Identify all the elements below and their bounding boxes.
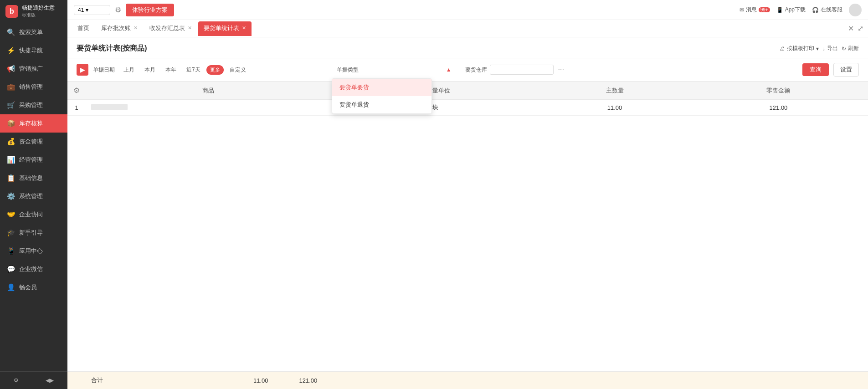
type-arrow-icon[interactable]: ▲: [446, 67, 452, 73]
sidebar-item-sales[interactable]: 💼 销售管理: [0, 78, 67, 96]
print-icon: 🖨: [780, 46, 785, 52]
tab-receive-summary-label: 收发存汇总表: [149, 24, 185, 32]
sidebar-item-guide-label: 新手引导: [19, 229, 43, 237]
inventory-icon: 📦: [6, 119, 15, 128]
tab-inventory-batch-label: 库存批次账: [101, 24, 131, 32]
tab-receive-summary-close[interactable]: ✕: [188, 25, 192, 31]
messages-label: 消息: [746, 6, 757, 14]
tab-requisition-stat-label: 要货单统计表: [204, 24, 239, 32]
dropdown-arrow-icon: ▾: [86, 7, 88, 13]
table-header-row: ⚙ 商品 主计量单位 主数量 零售金额: [67, 82, 868, 100]
marketing-icon: 📢: [6, 64, 15, 73]
tab-home[interactable]: 首页: [72, 21, 95, 36]
sidebar-item-finance[interactable]: 💰 资金管理: [0, 133, 67, 151]
refresh-btn[interactable]: ↻ 刷新: [842, 45, 859, 52]
online-service-item[interactable]: 🎧 在线客服: [812, 6, 842, 14]
filter-more-icon[interactable]: ···: [558, 66, 564, 74]
this-month-btn[interactable]: 本月: [140, 64, 159, 76]
app-download-label: App下载: [785, 6, 806, 14]
total-amount: 121.00: [299, 377, 318, 384]
member-icon: 👤: [6, 283, 15, 292]
table-wrapper: ⚙ 商品 主计量单位 主数量 零售金额 1: [67, 82, 868, 371]
recent7-btn[interactable]: 近7天: [182, 64, 205, 76]
sidebar-item-search[interactable]: 🔍 搜索菜单: [0, 23, 67, 41]
branch-value: 41: [78, 7, 84, 13]
guide-icon: 🎓: [6, 228, 15, 237]
tab-receive-summary[interactable]: 收发存汇总表 ✕: [144, 21, 197, 36]
date-label: 单据日期: [93, 66, 115, 74]
table-settings-icon[interactable]: ⚙: [73, 87, 80, 94]
app-version: 标准版: [22, 12, 55, 18]
filter-toggle-btn[interactable]: ▶: [77, 64, 88, 76]
tab-home-label: 首页: [77, 24, 89, 32]
collapse-btn[interactable]: ◀▶: [42, 375, 57, 385]
date-range-input[interactable]: 2023-05-06 至 2023-06-06: [255, 67, 323, 73]
topbar: 41 ▾ ⚙ 体验行业方案 ✉ 消息 99+ 📱 App下载 🎧 在线客服: [67, 0, 868, 20]
custom-btn[interactable]: 自定义: [226, 64, 250, 76]
sidebar-item-basicinfo[interactable]: 📋 基础信息: [0, 169, 67, 187]
export-btn[interactable]: ↓ 导出: [822, 45, 838, 52]
sidebar-item-basicinfo-label: 基础信息: [19, 174, 43, 182]
quicknav-icon: ⚡: [6, 46, 15, 55]
prev-month-btn[interactable]: 上月: [119, 64, 139, 76]
product-placeholder: [91, 104, 128, 110]
type-input[interactable]: [361, 66, 443, 74]
messages-badge: 99+: [759, 7, 770, 12]
settings-bottom-btn[interactable]: ⚙: [10, 375, 22, 385]
sidebar-item-marketing[interactable]: 📢 营销推广: [0, 60, 67, 78]
headset-icon: 🎧: [812, 7, 819, 13]
tab-inventory-batch[interactable]: 库存批次账 ✕: [96, 21, 143, 36]
row-index: 1: [67, 100, 86, 116]
tab-restore-icon[interactable]: ⤢: [858, 24, 863, 33]
type-label: 单据类型: [337, 66, 359, 74]
page-title: 要货单统计表(按商品): [77, 44, 147, 53]
sidebar-item-appcenter[interactable]: 📱 应用中心: [0, 242, 67, 260]
row-product: [86, 100, 331, 116]
finance-icon: 💰: [6, 137, 15, 146]
col-product: 商品: [86, 82, 331, 100]
sales-icon: 💼: [6, 82, 15, 92]
dropdown-item-1[interactable]: 要货单退货: [332, 96, 431, 113]
col-quantity: 主数量: [540, 82, 689, 100]
search-icon: 🔍: [6, 28, 15, 37]
sidebar-item-marketing-label: 营销推广: [19, 65, 43, 73]
sidebar-item-guide[interactable]: 🎓 新手引导: [0, 224, 67, 242]
more-btn[interactable]: 更多: [206, 65, 224, 75]
app-logo: b 畅捷通好生意 标准版: [0, 0, 67, 23]
sidebar-nav: 🔍 搜索菜单 ⚡ 快捷导航 📢 营销推广 💼 销售管理 🛒 采购管理 📦 库存核…: [0, 23, 67, 371]
sidebar-item-corpwechat-label: 企业微信: [19, 265, 43, 273]
dropdown-item-0[interactable]: 要货单要货: [332, 79, 431, 96]
sidebar-item-appcenter-label: 应用中心: [19, 247, 43, 255]
trial-btn[interactable]: 体验行业方案: [126, 4, 174, 16]
sidebar-item-member-label: 畅会员: [19, 283, 37, 292]
warehouse-input[interactable]: [490, 65, 554, 75]
print-btn[interactable]: 🖨 按模板打印 ▾: [780, 45, 819, 52]
topbar-right: ✉ 消息 99+ 📱 App下载 🎧 在线客服: [740, 4, 862, 16]
sidebar-item-corpwechat[interactable]: 💬 企业微信: [0, 260, 67, 278]
sidebar-item-collab[interactable]: 🤝 企业协同: [0, 205, 67, 224]
tab-inventory-batch-close[interactable]: ✕: [134, 25, 138, 31]
settings-btn[interactable]: 设置: [833, 63, 859, 77]
query-btn[interactable]: 查询: [802, 63, 829, 76]
user-avatar[interactable]: [849, 4, 862, 16]
app-download-item[interactable]: 📱 App下载: [776, 6, 806, 14]
sidebar-item-member[interactable]: 👤 畅会员: [0, 278, 67, 297]
sidebar-item-quicknav[interactable]: ⚡ 快捷导航: [0, 41, 67, 60]
tab-requisition-stat-close[interactable]: ✕: [242, 25, 246, 31]
row-amount: 121.00: [689, 100, 868, 116]
messages-item[interactable]: ✉ 消息 99+: [740, 6, 770, 14]
this-year-btn[interactable]: 本年: [161, 64, 180, 76]
sidebar-item-inventory[interactable]: 📦 库存核算: [0, 114, 67, 133]
phone-icon: 📱: [776, 7, 783, 13]
sidebar-item-finance-label: 资金管理: [19, 138, 43, 146]
sidebar-item-management[interactable]: 📊 经营管理: [0, 151, 67, 169]
topbar-gear-icon[interactable]: ⚙: [115, 5, 121, 14]
tab-close-all-icon[interactable]: ✕: [848, 24, 854, 33]
date-group: 上月 本月 本年 近7天 更多 自定义: [119, 64, 250, 76]
tab-requisition-stat[interactable]: 要货单统计表 ✕: [198, 21, 252, 36]
sidebar-item-system[interactable]: ⚙️ 系统管理: [0, 187, 67, 205]
collab-icon: 🤝: [6, 210, 15, 219]
sidebar-item-purchase[interactable]: 🛒 采购管理: [0, 96, 67, 114]
branch-dropdown[interactable]: 41 ▾: [74, 5, 110, 15]
main-area: 41 ▾ ⚙ 体验行业方案 ✉ 消息 99+ 📱 App下载 🎧 在线客服: [67, 0, 868, 389]
